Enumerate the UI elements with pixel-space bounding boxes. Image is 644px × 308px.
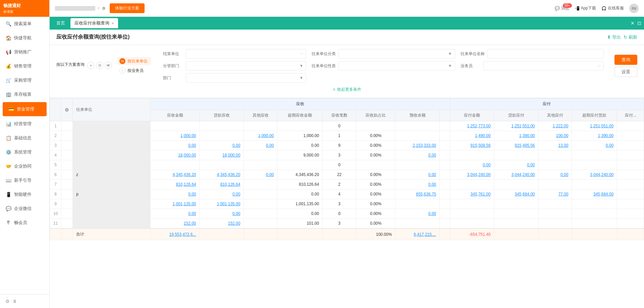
table-cell[interactable]: 0.00 xyxy=(395,150,440,160)
sidebar-item-enterprise[interactable]: 🤝 企业协同 xyxy=(0,159,49,173)
sidebar-item-basic-info[interactable]: 📋 基础信息 xyxy=(0,131,49,145)
filter-collapse-row[interactable]: ∧ 收起更多条件 xyxy=(56,85,637,94)
sidebar-item-purchase[interactable]: 🛒 采购管理 xyxy=(0,73,49,87)
table-cell[interactable]: 810,126.64 xyxy=(200,180,244,189)
table-cell[interactable]: 3,044,240.00 xyxy=(450,170,494,180)
table-cell[interactable]: 1,000.00 xyxy=(151,131,200,141)
sidebar-item-sales[interactable]: 💰 销售管理 xyxy=(0,59,49,73)
table-cell[interactable]: 1,390.00 xyxy=(494,131,538,141)
table-cell[interactable]: 1,222.00 xyxy=(538,121,572,131)
table-cell[interactable]: 1,251,551.00 xyxy=(494,121,538,131)
table-cell[interactable]: 0.00 xyxy=(200,189,244,199)
table-cell[interactable]: 0.00 xyxy=(151,141,200,150)
tab-receivable-query[interactable]: 应收应付余额查询 ✕ xyxy=(70,18,118,28)
table-area[interactable]: ⚙ 往来单位 应收 应付 应收金额 贷款应收 其他应收 超期应收金额 应收笔数 xyxy=(50,98,644,308)
table-row: 418,000.0018,000.009,000.0030.00%0.00 xyxy=(50,150,644,160)
th-settings[interactable]: ⚙ xyxy=(61,98,73,121)
filter-input-settlement-unit[interactable]: ··· xyxy=(186,49,306,58)
sidebar-item-wechat[interactable]: 💬 企业微信 xyxy=(0,202,49,216)
table-cell[interactable]: 810,126.64 xyxy=(151,180,200,189)
sidebar-item-search-menu[interactable]: 🔍 搜索菜单 xyxy=(0,17,49,31)
table-cell[interactable]: 0.00 xyxy=(244,141,277,150)
sidebar-item-guide[interactable]: 📖 新手引导 xyxy=(0,173,49,187)
table-cell[interactable]: 0.00 xyxy=(395,180,440,189)
table-cell[interactable]: 655,636.75 xyxy=(395,189,440,199)
messages-badge: 99+ xyxy=(563,3,572,8)
table-cell[interactable]: 77.00 xyxy=(538,189,572,199)
table-cell[interactable]: 345,684.00 xyxy=(494,189,538,199)
export-btn[interactable]: ⬆ 导出 xyxy=(607,34,621,40)
sidebar-item-marketing[interactable]: 📢 营销推广 xyxy=(0,45,49,59)
sidebar-item-quick-nav[interactable]: 🏠 快捷导航 xyxy=(0,31,49,45)
table-cell[interactable]: 345,684.00 xyxy=(572,189,617,199)
table-cell xyxy=(572,199,617,209)
table-cell[interactable]: 0.00 xyxy=(450,160,494,170)
table-cell[interactable]: 100.00 xyxy=(538,131,572,141)
sidebar-item-finance[interactable]: 💳 资金管理 xyxy=(3,102,47,116)
tab-home[interactable]: 首页 xyxy=(52,18,69,28)
filter-input-salesperson[interactable]: ··· xyxy=(483,61,604,71)
table-cell[interactable]: 915,508.56 xyxy=(450,141,494,150)
footer-receivable[interactable]: 19,553,472,6... xyxy=(151,228,200,240)
sidebar-bottom[interactable]: ⚙ ⏸ xyxy=(0,294,49,308)
table-cell[interactable]: 3,044,240.00 xyxy=(572,170,617,180)
scheme-option-by-unit[interactable]: W 按往来单位 xyxy=(117,57,151,65)
table-cell[interactable]: 345,761.00 xyxy=(450,189,494,199)
table-cell[interactable]: 2,153,333.00 xyxy=(395,141,440,150)
sidebar-item-inventory[interactable]: 🏢 库存核算 xyxy=(0,87,49,101)
table-cell[interactable]: 1,490.00 xyxy=(450,131,494,141)
filter-collapse-btn[interactable]: ≪ xyxy=(105,62,112,69)
settings-header-icon[interactable]: ⚙ xyxy=(102,6,106,11)
table-cell[interactable]: 1,251,551.00 xyxy=(572,121,617,131)
tab-expand-icon[interactable]: ⊡ xyxy=(637,20,641,26)
filter-input-unit-name[interactable] xyxy=(487,49,604,58)
table-cell[interactable]: 1,001,135.00 xyxy=(200,199,244,209)
table-cell[interactable]: 152.00 xyxy=(151,219,200,229)
sidebar-item-member[interactable]: 🎖 畅会员 xyxy=(0,216,49,230)
table-cell[interactable]: 0.00 xyxy=(538,170,572,180)
sidebar-item-sys-mgmt[interactable]: ⚙️ 系统管理 xyxy=(0,145,49,159)
filter-input-dept[interactable]: ▼ xyxy=(186,61,306,71)
user-avatar[interactable]: Rit xyxy=(629,4,639,13)
refresh-btn[interactable]: ↻ 刷新 xyxy=(624,34,637,40)
table-cell[interactable]: 0.00 xyxy=(151,209,200,219)
query-button[interactable]: 查询 xyxy=(614,55,637,65)
filter-add-btn[interactable]: + xyxy=(87,62,95,69)
table-cell[interactable]: 0.00 xyxy=(572,141,617,150)
filter-input-department[interactable]: ▼ xyxy=(186,73,306,83)
table-cell[interactable]: 4,345,436.20 xyxy=(200,170,244,180)
table-cell[interactable]: 0.00 xyxy=(151,189,200,199)
promote-btn[interactable]: 体验行业方案 xyxy=(110,3,145,13)
table-cell[interactable]: 1,001,135.00 xyxy=(151,199,200,209)
tab-close-window-icon[interactable]: ✕ xyxy=(631,20,635,26)
table-cell[interactable]: 0.00 xyxy=(494,160,538,170)
messages-btn[interactable]: 💬 消息 99+ xyxy=(555,5,569,11)
footer-prepaid[interactable]: 6,417,215.... xyxy=(395,228,440,240)
filter-settings-btn[interactable]: ⊙ xyxy=(96,62,103,69)
table-cell[interactable]: 1,390.00 xyxy=(572,131,617,141)
tab-close-icon[interactable]: ✕ xyxy=(111,21,114,25)
sidebar-item-operations[interactable]: 📊 经营管理 xyxy=(0,117,49,131)
table-cell[interactable]: 3,044,240.00 xyxy=(494,170,538,180)
table-cell[interactable]: 0.00 xyxy=(244,170,277,180)
table-cell[interactable]: 13.00 xyxy=(538,141,572,150)
table-cell[interactable]: 1,000.00 xyxy=(244,131,277,141)
customer-service-btn[interactable]: 🎧 在线客服 xyxy=(601,5,624,11)
table-cell[interactable]: 18,000.00 xyxy=(151,150,200,160)
filter-input-unit-nature[interactable]: ▼ xyxy=(338,61,455,71)
table-cell[interactable]: 0.00 xyxy=(395,170,440,180)
table-cell[interactable]: 4,345,436.20 xyxy=(151,170,200,180)
settings-button[interactable]: 设置 xyxy=(614,67,637,77)
th-receivable-ratio: 应收款占比 xyxy=(356,110,395,121)
table-cell[interactable]: 152.00 xyxy=(200,219,244,229)
table-cell[interactable]: 1,252,773.00 xyxy=(450,121,494,131)
table-cell[interactable]: 18,000.00 xyxy=(200,150,244,160)
table-cell[interactable]: 915,495.56 xyxy=(494,141,538,150)
app-download-btn[interactable]: 📲 App下载 xyxy=(575,5,596,11)
scheme-option-by-staff[interactable]: ○ 按业务员 xyxy=(117,67,151,75)
table-cell[interactable]: 0.00 xyxy=(200,141,244,150)
table-cell[interactable]: 0.00 xyxy=(395,209,440,219)
filter-input-unit-category[interactable]: ▼ xyxy=(338,49,455,58)
sidebar-item-smart-hw[interactable]: 📱 智能硬件 xyxy=(0,187,49,202)
table-cell[interactable]: 0.00 xyxy=(200,209,244,219)
